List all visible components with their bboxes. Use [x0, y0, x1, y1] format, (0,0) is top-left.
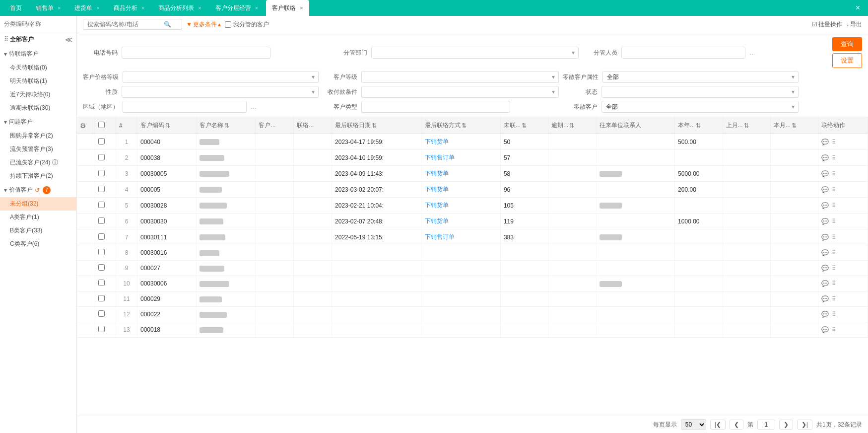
cell-checkbox[interactable]	[95, 214, 116, 229]
row-checkbox[interactable]	[98, 170, 105, 176]
filter-search-icon[interactable]: 🔍	[164, 21, 171, 28]
cell-last-type[interactable]: 下销售订单	[422, 150, 500, 166]
export-button[interactable]: ↓ 导出	[846, 20, 862, 29]
row-checkbox[interactable]	[98, 138, 105, 144]
sidebar-search-input[interactable]	[4, 20, 77, 27]
filter-search-input[interactable]	[87, 21, 162, 28]
cell-checkbox[interactable]	[95, 134, 116, 150]
prev-page-button[interactable]: ❮	[730, 420, 743, 430]
cell-checkbox[interactable]	[95, 245, 116, 261]
cell-last-type[interactable]	[422, 245, 500, 261]
cell-checkbox[interactable]	[95, 276, 116, 291]
cell-checkbox[interactable]	[95, 229, 116, 245]
batch-operations-button[interactable]: ☑ 批量操作	[812, 20, 842, 29]
contact-type-link[interactable]: 下销货单	[425, 202, 449, 209]
th-not-contacted[interactable]: 未联... ⇅	[500, 117, 548, 134]
my-customers-checkbox[interactable]	[225, 21, 231, 28]
filter-search-box[interactable]: 🔍	[83, 19, 182, 30]
row-checkbox[interactable]	[98, 233, 105, 240]
chat-icon[interactable]: 💬	[821, 202, 829, 209]
nav-product-analysis-list[interactable]: 商品分析列表 ×	[152, 0, 207, 16]
row-checkbox[interactable]	[98, 326, 105, 332]
nav-home[interactable]: 首页	[4, 0, 28, 16]
nav-purchase-close[interactable]: ×	[96, 5, 99, 11]
sidebar-item-overdue[interactable]: 逾期未联络(30)	[0, 101, 76, 115]
contact-type-link[interactable]: 下销货单	[425, 186, 449, 193]
sidebar-item-unclassified[interactable]: 未分组(32)	[0, 197, 76, 211]
filter-dept-select[interactable]	[371, 47, 578, 59]
filter-region-more[interactable]: …	[251, 103, 257, 110]
nav-sales-close[interactable]: ×	[58, 5, 61, 11]
sidebar-group-value[interactable]: ▾ 价值客户 ↺ 7	[0, 183, 76, 197]
chat-icon[interactable]: 💬	[821, 295, 829, 302]
next-page-button[interactable]: ❯	[779, 420, 793, 430]
sidebar-item-class-c[interactable]: C类客户(6)	[0, 237, 76, 251]
cell-last-type[interactable]: 下销货单	[422, 214, 500, 229]
cell-last-type[interactable]	[422, 307, 500, 322]
th-name[interactable]: 客户名称 ⇅	[197, 117, 256, 134]
filter-cust-type-input[interactable]	[361, 101, 510, 113]
row-checkbox[interactable]	[98, 295, 105, 301]
sidebar-collapse-icon[interactable]: ≪	[65, 36, 72, 44]
nav-customer-segment-close[interactable]: ×	[255, 5, 258, 11]
cell-last-type[interactable]	[422, 291, 500, 307]
chat-icon[interactable]: 💬	[821, 234, 829, 241]
sidebar-item-today[interactable]: 今天待联络(0)	[0, 61, 76, 74]
row-checkbox[interactable]	[98, 217, 105, 224]
sidebar-item-declining[interactable]: 持续下滑客户(2)	[0, 169, 76, 183]
more-icon[interactable]: ⠿	[832, 202, 836, 209]
window-close-button[interactable]: ×	[852, 3, 864, 12]
refresh-icon[interactable]: ↺	[35, 187, 40, 194]
cell-checkbox[interactable]	[95, 261, 116, 276]
cell-last-type[interactable]: 下销货单	[422, 198, 500, 214]
sidebar-item-hoarding[interactable]: 囤购异常客户(2)	[0, 129, 76, 143]
th-settings[interactable]: ⚙	[77, 117, 95, 134]
row-checkbox[interactable]	[98, 280, 105, 286]
cell-checkbox[interactable]	[95, 307, 116, 322]
my-customers-filter[interactable]: 我分管的客户	[225, 20, 269, 29]
cell-checkbox[interactable]	[95, 198, 116, 214]
row-checkbox[interactable]	[98, 264, 105, 271]
cell-last-type[interactable]	[422, 276, 500, 291]
contact-type-link[interactable]: 下销售订单	[425, 154, 455, 161]
more-icon[interactable]: ⠿	[832, 170, 836, 177]
th-this-year[interactable]: 本年... ⇅	[675, 117, 723, 134]
more-icon[interactable]: ⠿	[832, 218, 836, 225]
chat-icon[interactable]: 💬	[821, 265, 829, 272]
chat-icon[interactable]: 💬	[821, 311, 829, 318]
more-icon[interactable]: ⠿	[832, 265, 836, 272]
sidebar-search-box[interactable]: 🔍	[0, 16, 76, 32]
first-page-button[interactable]: |❮	[710, 420, 726, 430]
chat-icon[interactable]: 💬	[821, 280, 829, 287]
cell-last-type[interactable]: 下销货单	[422, 166, 500, 182]
more-conditions-button[interactable]: ▼ 更多条件 ▴	[186, 20, 221, 29]
chat-icon[interactable]: 💬	[821, 326, 829, 333]
th-this-month[interactable]: 本月... ⇅	[770, 117, 818, 134]
nav-product-analysis-list-close[interactable]: ×	[198, 5, 201, 11]
filter-status-select[interactable]	[601, 86, 799, 98]
more-icon[interactable]: ⠿	[832, 280, 836, 287]
query-button[interactable]: 查询	[832, 37, 862, 51]
cell-last-type[interactable]: 下销货单	[422, 182, 500, 198]
chat-icon[interactable]: 💬	[821, 186, 829, 193]
cell-last-type[interactable]	[422, 261, 500, 276]
sidebar-item-7days[interactable]: 近7天待联络(0)	[0, 88, 76, 101]
filter-nature-select[interactable]	[122, 86, 319, 98]
row-checkbox[interactable]	[98, 310, 105, 317]
sidebar-group-pending[interactable]: ▾ 待联络客户	[0, 47, 76, 61]
sidebar-item-tomorrow[interactable]: 明天待联络(1)	[0, 74, 76, 88]
filter-payment-select[interactable]	[361, 86, 558, 98]
cell-last-type[interactable]: 下销货单	[422, 134, 500, 150]
more-icon[interactable]: ⠿	[832, 234, 836, 241]
row-checkbox[interactable]	[98, 249, 105, 255]
th-last-date[interactable]: 最后联络日期 ⇅	[332, 117, 422, 134]
chat-icon[interactable]: 💬	[821, 170, 829, 177]
more-icon[interactable]: ⠿	[832, 249, 836, 256]
th-overdue[interactable]: 逾期... ⇅	[548, 117, 596, 134]
page-number-input[interactable]	[757, 420, 775, 430]
nav-product-analysis-close[interactable]: ×	[141, 5, 144, 11]
contact-type-link[interactable]: 下销货单	[425, 170, 449, 177]
row-checkbox[interactable]	[98, 202, 105, 208]
chat-icon[interactable]: 💬	[821, 154, 829, 161]
more-icon[interactable]: ⠿	[832, 139, 836, 145]
